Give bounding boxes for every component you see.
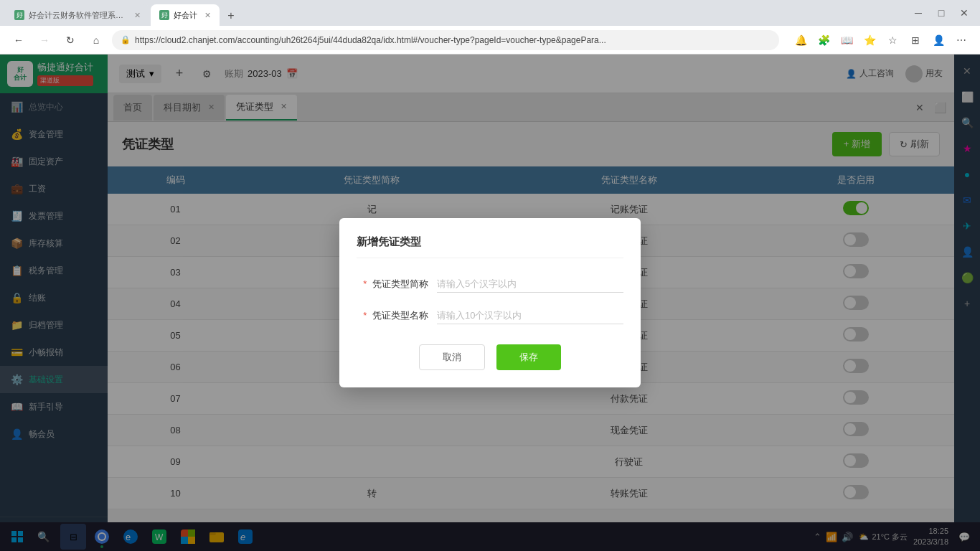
url-text: https://cloud2.chanjet.com/accounting/uh… [135,35,771,45]
full-name-label: * 凭证类型名称 [357,309,428,322]
tab1-label: 好会计云财务软件管理系统_会计 [29,10,127,21]
minimize-button[interactable]: ─ [908,3,928,23]
short-name-input[interactable] [437,276,623,293]
browser-tab-2[interactable]: 好 好会计 ✕ [151,4,220,26]
tab1-close[interactable]: ✕ [134,11,141,20]
profile-icon[interactable]: 👤 [928,30,948,50]
extension-alert-icon[interactable]: 🔔 [791,30,811,50]
modal-overlay: 新增凭证类型 * 凭证类型简称 * 凭证类型名称 取消 保存 [0,55,980,551]
full-name-label-text: 凭证类型名称 [372,310,428,321]
collections-icon[interactable]: ⭐ [859,30,880,50]
browser-tabs: 好 好会计云财务软件管理系统_会计 ✕ 好 好会计 ✕ + [6,0,904,26]
browser-action-icons: 🔔 🧩 📖 ⭐ ☆ ⊞ 👤 ⋯ [791,30,971,50]
split-screen-icon[interactable]: ⊞ [905,30,925,50]
restore-button[interactable]: □ [931,3,951,23]
menu-icon[interactable]: ⋯ [951,30,971,50]
short-name-label: * 凭证类型简称 [357,278,428,291]
address-input[interactable]: 🔒 https://cloud2.chanjet.com/accounting/… [112,30,779,50]
tab2-label: 好会计 [174,10,197,21]
required-star-1: * [363,278,367,289]
browser-chrome: 好 好会计云财务软件管理系统_会计 ✕ 好 好会计 ✕ + ─ □ ✕ [0,0,980,26]
ssl-icon: 🔒 [121,35,131,44]
forward-button[interactable]: → [34,30,55,50]
tab2-favicon: 好 [159,10,169,20]
close-button[interactable]: ✕ [954,3,974,23]
tab2-close[interactable]: ✕ [204,11,211,20]
modal-title: 新增凭证类型 [357,235,623,258]
home-button[interactable]: ⌂ [86,30,106,50]
browser-tab-1[interactable]: 好 好会计云财务软件管理系统_会计 ✕ [6,4,149,26]
tab1-favicon: 好 [14,10,24,20]
extensions-icon[interactable]: 🧩 [814,30,834,50]
back-button[interactable]: ← [9,30,29,50]
browser-controls: ─ □ ✕ [908,3,974,23]
cancel-button[interactable]: 取消 [419,344,485,370]
address-bar: ← → ↻ ⌂ 🔒 https://cloud2.chanjet.com/acc… [0,26,980,55]
new-tab-button[interactable]: + [221,6,241,26]
save-button[interactable]: 保存 [496,344,561,370]
full-name-row: * 凭证类型名称 [357,307,623,324]
reader-mode-icon[interactable]: 📖 [837,30,857,50]
refresh-button[interactable]: ↻ [60,30,80,50]
modal-actions: 取消 保存 [357,344,623,370]
add-voucher-type-modal: 新增凭证类型 * 凭证类型简称 * 凭证类型名称 取消 保存 [339,218,641,387]
full-name-input[interactable] [437,307,623,324]
short-name-row: * 凭证类型简称 [357,276,623,293]
favorites-icon[interactable]: ☆ [882,30,903,50]
short-name-label-text: 凭证类型简称 [372,278,428,289]
required-star-2: * [363,310,367,321]
